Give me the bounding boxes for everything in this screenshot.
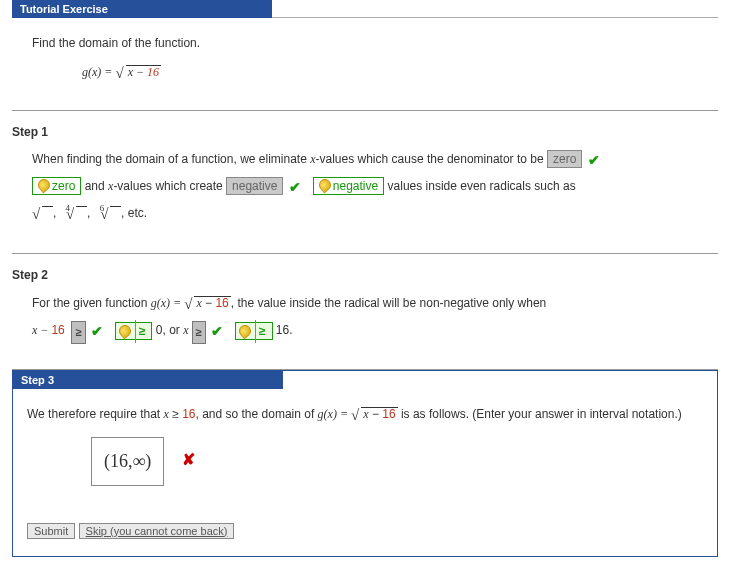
t: For the given function [32,296,151,310]
key-icon [116,323,133,340]
step3-header: Step 3 [13,371,283,389]
step2-title: Step 2 [12,268,718,282]
t: and [85,179,108,193]
gfx: g(x) = [318,407,351,421]
step2-body: For the given function g(x) = √x − 16, t… [12,290,718,359]
ge-sym: ≥ [255,320,269,343]
t: , etc. [121,206,147,220]
skip-button[interactable]: Skip (you cannot come back) [79,523,235,539]
interval-answer-input[interactable]: (16,∞) [91,437,164,485]
prompt-text: Find the domain of the function. [12,30,718,61]
t: -values which cause the denominator to b… [316,152,547,166]
tutorial-header: Tutorial Exercise [12,0,272,18]
step1-title: Step 1 [12,125,718,139]
t: 0, or [156,323,183,337]
t: values inside even radicals such as [388,179,576,193]
t: We therefore require that [27,407,164,421]
answer-negative-key: negative [313,177,384,195]
ge-key-badge: ≥ [235,322,273,340]
t: , the value inside the radical will be n… [231,296,547,310]
function-display: g(x) = √x − 16 [12,61,718,100]
check-icon: ✔ [91,323,103,339]
check-icon: ✔ [211,323,223,339]
var-x: x [183,323,191,337]
ge-selected: ≥ [71,321,85,344]
t: is as follows. (Enter your answer in int… [398,407,682,421]
t: x − [32,323,51,337]
answer-zero-filled: zero [547,150,582,168]
num16: 16 [51,323,64,337]
t: 16. [276,323,293,337]
key-icon [36,176,53,193]
x-mark-icon: ✘ [182,451,195,468]
t: zero [52,179,75,193]
ge-selected: ≥ [192,321,206,344]
t: , and so the domain of [195,407,317,421]
key-icon [236,323,253,340]
ge-sym: ≥ [135,320,149,343]
t: negative [333,179,378,193]
submit-step-button[interactable]: Submit [27,523,75,539]
check-icon: ✔ [588,152,600,168]
step1-body: When finding the domain of a function, w… [12,147,718,243]
t: When finding the domain of a function, w… [32,152,310,166]
t: -values which create [113,179,226,193]
step3-container: Step 3 We therefore require that x ≥ 16,… [12,370,718,557]
check-icon: ✔ [289,179,301,195]
ge-key-badge: ≥ [115,322,153,340]
answer-negative-filled: negative [226,177,283,195]
func-lhs: g(x) = [82,65,115,79]
answer-zero-key: zero [32,177,81,195]
gfx: g(x) = [151,296,184,310]
key-icon [316,176,333,193]
